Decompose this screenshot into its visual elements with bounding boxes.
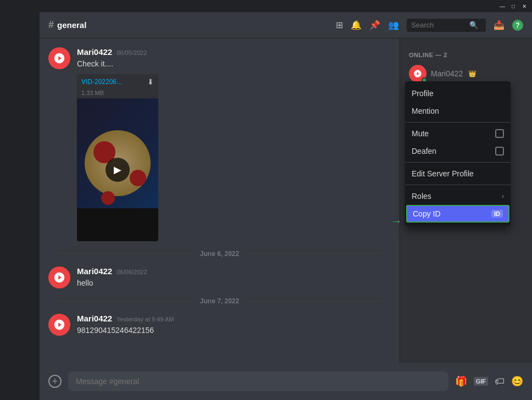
top-bar-icons: ⊞ 🔔 📌 👥 🔍 📥 ? xyxy=(336,19,523,32)
message-group: Mari0422 06/06/2022 hello xyxy=(48,266,391,289)
bottom-bar: + 🎁 GIF 🏷 😊 xyxy=(40,363,532,400)
timestamp: 06/05/2022 xyxy=(117,49,147,56)
gif-icon[interactable]: GIF xyxy=(474,377,488,386)
top-bar: # general ⊞ 🔔 📌 👥 🔍 📥 ? xyxy=(40,12,532,38)
username: Mari0422 xyxy=(77,266,112,276)
message-content: Mari0422 Yesterday at 9:49 AM 9812904152… xyxy=(77,314,391,336)
gift-icon[interactable]: 🎁 xyxy=(455,375,467,387)
context-menu-item-edit-server-profile[interactable]: Edit Server Profile xyxy=(405,165,511,182)
chevron-right-icon: › xyxy=(502,192,504,200)
context-menu-divider xyxy=(405,162,511,163)
message-text: Check it.... xyxy=(77,59,391,70)
video-attachment[interactable]: VID-202206... ⬇ 1.33 MB xyxy=(77,74,158,241)
sticker-icon[interactable]: 🏷 xyxy=(495,376,505,387)
bottom-icons: 🎁 GIF 🏷 😊 xyxy=(455,375,523,387)
context-menu-label: Mute xyxy=(412,129,429,138)
hashtag-icon[interactable]: ⊞ xyxy=(336,20,343,30)
username: Mari0422 xyxy=(77,314,112,323)
context-menu-item-mention[interactable]: Mention xyxy=(405,102,511,120)
context-menu-item-copy-id[interactable]: Copy ID ID xyxy=(406,205,509,223)
close-button[interactable]: ✕ xyxy=(521,3,528,9)
avatar xyxy=(48,314,70,336)
date-divider-june6: June 6, 2022 xyxy=(48,250,391,258)
context-menu-label: Edit Server Profile xyxy=(412,169,474,178)
deafen-checkbox[interactable] xyxy=(495,147,504,155)
timestamp: Yesterday at 9:49 AM xyxy=(117,316,174,323)
message-header: Mari0422 Yesterday at 9:49 AM xyxy=(77,314,391,323)
message-text: 981290415246422156 xyxy=(77,325,391,336)
avatar xyxy=(48,266,70,288)
message-content: Mari0422 06/05/2022 Check it.... VID-202… xyxy=(77,47,391,241)
member-category-online: ONLINE — 2 xyxy=(404,47,528,60)
avatar xyxy=(48,47,70,69)
help-icon[interactable]: ? xyxy=(512,20,523,31)
bell-icon[interactable]: 🔔 xyxy=(351,20,362,30)
date-divider-june7: June 7, 2022 xyxy=(48,297,391,305)
add-attachment-button[interactable]: + xyxy=(48,375,62,388)
context-menu: Profile Mention Mute Deafen Edit Server … xyxy=(405,81,511,226)
context-menu-item-mute[interactable]: Mute xyxy=(405,125,511,142)
message-content: Mari0422 06/06/2022 hello xyxy=(77,266,391,289)
channel-name-text: general xyxy=(57,20,86,30)
message-header: Mari0422 06/06/2022 xyxy=(77,266,391,276)
video-header: VID-202206... ⬇ xyxy=(77,74,158,90)
divider-line xyxy=(243,253,382,254)
message-group: Mari0422 06/05/2022 Check it.... VID-202… xyxy=(48,47,391,241)
emoji-icon[interactable]: 😊 xyxy=(511,375,523,387)
download-icon[interactable]: ⬇ xyxy=(147,77,154,86)
server-sidebar xyxy=(0,12,40,400)
minimize-button[interactable]: — xyxy=(499,3,506,9)
divider-line xyxy=(57,301,196,302)
channel-name: # general xyxy=(48,19,86,31)
member-avatar xyxy=(409,65,426,82)
channel-hash-icon: # xyxy=(48,19,54,31)
members-icon[interactable]: 👥 xyxy=(388,20,399,30)
message-input[interactable] xyxy=(68,371,448,391)
context-menu-label: Deafen xyxy=(412,147,436,155)
video-bg: ▶ xyxy=(77,98,158,241)
context-menu-divider xyxy=(405,122,511,123)
context-menu-label: Mention xyxy=(412,107,439,115)
message-group: Mari0422 Yesterday at 9:49 AM 9812904152… xyxy=(48,314,391,336)
inbox-icon[interactable]: 📥 xyxy=(494,20,505,30)
message-text: hello xyxy=(77,278,391,289)
search-icon: 🔍 xyxy=(469,21,478,29)
context-menu-item-roles[interactable]: Roles › xyxy=(405,187,511,205)
search-input[interactable] xyxy=(411,21,466,29)
message-header: Mari0422 06/05/2022 xyxy=(77,47,391,57)
video-size: 1.33 MB xyxy=(77,90,158,98)
play-button[interactable]: ▶ xyxy=(106,158,130,182)
divider-line xyxy=(57,253,196,254)
context-menu-item-profile[interactable]: Profile xyxy=(405,85,511,102)
username: Mari0422 xyxy=(77,47,112,57)
context-menu-label: Roles xyxy=(412,192,431,201)
date-text: June 7, 2022 xyxy=(200,297,239,305)
title-bar: — □ ✕ xyxy=(0,0,532,12)
timestamp: 06/06/2022 xyxy=(117,269,147,275)
context-menu-label: Profile xyxy=(412,89,434,98)
context-menu-divider xyxy=(405,185,511,185)
search-bar[interactable]: 🔍 xyxy=(407,19,486,32)
crown-icon: 👑 xyxy=(468,70,476,77)
video-thumbnail[interactable]: ▶ xyxy=(77,98,158,241)
divider-line xyxy=(243,301,382,302)
member-name: Mari0422 xyxy=(431,69,463,78)
arrow-indicator: → xyxy=(390,214,402,229)
context-menu-label: Copy ID xyxy=(413,209,441,218)
pin-icon[interactable]: 📌 xyxy=(369,20,380,30)
copy-id-badge: ID xyxy=(491,210,503,218)
mute-checkbox[interactable] xyxy=(495,129,504,138)
messages-container: Mari0422 06/05/2022 Check it.... VID-202… xyxy=(40,38,400,363)
maximize-button[interactable]: □ xyxy=(510,3,517,9)
video-filename: VID-202206... xyxy=(81,78,122,86)
context-menu-item-deafen[interactable]: Deafen xyxy=(405,142,511,160)
date-text: June 6, 2022 xyxy=(200,250,239,258)
